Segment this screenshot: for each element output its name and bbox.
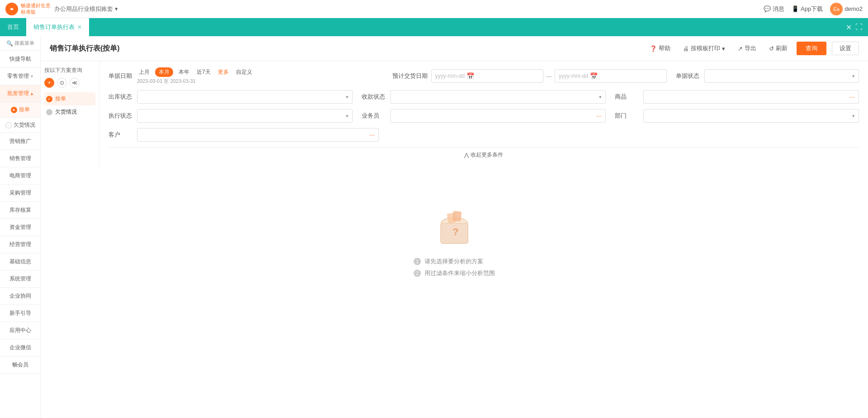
print-button[interactable]: 🖨 按模板打印 ▾ bbox=[679, 43, 729, 54]
filter-item-salesperson: 业务员 ··· bbox=[362, 109, 606, 123]
svg-text:?: ? bbox=[453, 226, 458, 238]
top-bar-right: 💬 消息 📱 App下载 Ea demo2 bbox=[764, 3, 863, 15]
sidebar-item-enterprise[interactable]: 企业协同 bbox=[0, 288, 40, 305]
sidebar: 🔍 搜索菜单 快捷导航 零售管理 ▾ 批发管理 ▴ ● 按单 ○ 欠货情况 营销… bbox=[0, 36, 41, 418]
sidebar-search[interactable]: 🔍 搜索菜单 bbox=[0, 36, 40, 51]
filter-item-department: 部门 ▾ bbox=[615, 109, 859, 123]
query-button[interactable]: 查询 bbox=[797, 42, 826, 55]
nav-tab-actions: ✕ ⛶ bbox=[846, 23, 868, 32]
date-range-text: 2023-03-01 至 2023-03-31 bbox=[137, 78, 383, 85]
sidebar-item-operation[interactable]: 经营管理 bbox=[0, 236, 40, 253]
exec-status-select[interactable]: ▾ bbox=[137, 109, 353, 123]
search-label: 搜索菜单 bbox=[14, 40, 34, 47]
sidebar-item-marketing[interactable]: 营销推广 bbox=[0, 133, 40, 150]
plan-item-press-order[interactable]: ✓ 按单 bbox=[44, 92, 95, 105]
filter-item-exec-status: 执行状态 ▾ bbox=[108, 109, 353, 123]
app-download-button[interactable]: 📱 App下载 bbox=[792, 5, 823, 13]
add-plan-button[interactable]: + bbox=[44, 78, 54, 88]
sidebar-item-purchase[interactable]: 采购管理 bbox=[0, 185, 40, 202]
sidebar-item-quick-nav[interactable]: 快捷导航 bbox=[0, 51, 40, 68]
sidebar-item-wechat[interactable]: 企业微信 bbox=[0, 339, 40, 356]
filter-item-payment-status: 收款状态 ▾ bbox=[362, 90, 606, 104]
app-selector-label: 办公用品行业模拟账套 bbox=[54, 5, 113, 13]
maximize-icon[interactable]: ⛶ bbox=[855, 23, 863, 31]
sidebar-sub-item-debt[interactable]: ○ 欠货情况 bbox=[0, 118, 40, 133]
app-selector[interactable]: 办公用品行业模拟账套 ▾ bbox=[54, 5, 118, 13]
debt-dot: ○ bbox=[5, 122, 12, 128]
filter-row-1: 单据日期 上月 本月 本年 近7天 更多 自定义 20 bbox=[108, 67, 859, 85]
sidebar-item-inventory[interactable]: 库存核算 bbox=[0, 202, 40, 219]
filter-row-2: 出库状态 ▾ 收款状态 ▾ bbox=[108, 90, 859, 104]
customer-ellipsis[interactable]: ··· bbox=[369, 131, 375, 138]
filter-sidebar: 按以下方案查询 + ⊙ ≪ ✓ 按单 欠货情况 bbox=[41, 61, 99, 169]
close-tab-icon[interactable]: ✕ bbox=[77, 24, 82, 30]
page-content: 销售订单执行表(按单) ❓ 帮助 🖨 按模板打印 ▾ ↗ 导出 bbox=[41, 36, 868, 418]
order-status-select[interactable]: ▾ bbox=[704, 69, 859, 83]
collapse-bar[interactable]: ⋀ 收起更多条件 bbox=[108, 147, 859, 162]
tip-text-1: 请先选择要分析的方案 bbox=[425, 257, 483, 266]
copy-plan-button[interactable]: ⊙ bbox=[57, 78, 67, 88]
collapse-up-icon: ⋀ bbox=[464, 152, 469, 158]
goods-input[interactable]: ··· bbox=[643, 90, 859, 104]
sidebar-item-newbie[interactable]: 新手引导 bbox=[0, 305, 40, 322]
sidebar-item-basic[interactable]: 基础信息 bbox=[0, 253, 40, 271]
date-tab-current-year[interactable]: 本年 bbox=[177, 67, 191, 77]
top-bar: 畅捷通好生意 标准版 办公用品行业模拟账套 ▾ 💬 消息 📱 App下载 Ea … bbox=[0, 0, 868, 18]
date-tab-last-7[interactable]: 近7天 bbox=[195, 67, 212, 77]
collapse-plan-button[interactable]: ≪ bbox=[70, 78, 80, 88]
filter-item-date: 单据日期 上月 本月 本年 近7天 更多 自定义 20 bbox=[108, 67, 383, 85]
close-window-icon[interactable]: ✕ bbox=[846, 23, 852, 32]
sidebar-item-system[interactable]: 系统管理 bbox=[0, 271, 40, 288]
department-chevron: ▾ bbox=[852, 113, 855, 119]
sidebar-item-apps[interactable]: 应用中心 bbox=[0, 322, 40, 339]
message-button[interactable]: 💬 消息 bbox=[764, 5, 784, 13]
debt-plan-label: 欠货情况 bbox=[55, 108, 77, 116]
retail-label: 零售管理 bbox=[7, 72, 29, 80]
expected-delivery-label: 预计交货日期 bbox=[392, 72, 428, 80]
refresh-button[interactable]: ↺ 刷新 bbox=[765, 43, 791, 54]
date-tab-custom[interactable]: 自定义 bbox=[234, 67, 254, 77]
sales-order-tab-label: 销售订单执行表 bbox=[33, 23, 75, 31]
delivery-status-select[interactable]: ▾ bbox=[137, 90, 353, 104]
date-tab-current-month[interactable]: 本月 bbox=[155, 67, 173, 77]
exec-chevron: ▾ bbox=[346, 113, 349, 119]
date-wrapper: 上月 本月 本年 近7天 更多 自定义 2023-03-01 至 2023-03… bbox=[137, 67, 383, 85]
expected-date-end[interactable]: yyyy-mm-dd 📅 bbox=[555, 69, 667, 83]
salesperson-input[interactable]: ··· bbox=[390, 109, 606, 123]
filter-item-customer: 客户 ··· bbox=[108, 128, 379, 142]
export-button[interactable]: ↗ 导出 bbox=[734, 43, 760, 54]
sidebar-item-finance[interactable]: 资金管理 bbox=[0, 219, 40, 236]
sidebar-item-member[interactable]: 畅会员 bbox=[0, 356, 40, 374]
message-icon: 💬 bbox=[764, 5, 771, 12]
sidebar-item-sales[interactable]: 销售管理 bbox=[0, 150, 40, 167]
press-order-dot: ● bbox=[11, 107, 17, 113]
calendar-start-icon[interactable]: 📅 bbox=[467, 72, 474, 80]
help-button[interactable]: ❓ 帮助 bbox=[646, 43, 674, 54]
date-tab-last-month[interactable]: 上月 bbox=[137, 67, 151, 77]
payment-status-select[interactable]: ▾ bbox=[390, 90, 606, 104]
download-icon: 📱 bbox=[792, 5, 799, 12]
calendar-end-icon[interactable]: 📅 bbox=[590, 72, 598, 80]
date-tab-more[interactable]: 更多 bbox=[216, 67, 231, 77]
expected-date-start[interactable]: yyyy-mm-dd 📅 bbox=[431, 69, 543, 83]
sidebar-item-wholesale[interactable]: 批发管理 ▴ bbox=[0, 85, 40, 102]
filter-sidebar-actions: + ⊙ ≪ bbox=[44, 78, 95, 88]
sidebar-item-ecommerce[interactable]: 电商管理 bbox=[0, 167, 40, 185]
date-separator: — bbox=[546, 73, 552, 80]
order-status-label: 单据状态 bbox=[676, 72, 701, 80]
customer-input[interactable]: ··· bbox=[137, 128, 379, 142]
date-tabs: 上月 本月 本年 近7天 更多 自定义 bbox=[137, 67, 383, 77]
main-layout: 🔍 搜索菜单 快捷导航 零售管理 ▾ 批发管理 ▴ ● 按单 ○ 欠货情况 营销… bbox=[0, 36, 868, 418]
sidebar-item-retail[interactable]: 零售管理 ▾ bbox=[0, 68, 40, 85]
settings-button[interactable]: 设置 bbox=[832, 42, 859, 55]
tab-sales-order[interactable]: 销售订单执行表 ✕ bbox=[26, 18, 89, 36]
tip-num-1: 1 bbox=[414, 258, 421, 265]
tab-home[interactable]: 首页 bbox=[0, 18, 26, 36]
goods-label: 商品 bbox=[615, 93, 640, 101]
sidebar-sub-item-press-order[interactable]: ● 按单 bbox=[0, 102, 40, 118]
goods-ellipsis[interactable]: ··· bbox=[849, 93, 855, 100]
user-profile[interactable]: Ea demo2 bbox=[830, 3, 863, 15]
salesperson-ellipsis[interactable]: ··· bbox=[596, 112, 602, 119]
department-select[interactable]: ▾ bbox=[643, 109, 859, 123]
plan-item-debt[interactable]: 欠货情况 bbox=[44, 105, 95, 119]
